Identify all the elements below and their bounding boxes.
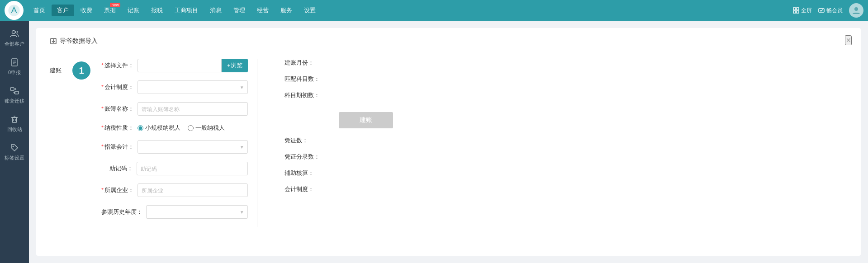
- file-row: *选择文件： +浏览: [101, 59, 248, 72]
- tax-small-label: 小规模纳税人: [145, 124, 180, 132]
- company-row: *所属企业：: [101, 183, 248, 197]
- tag-icon: [9, 143, 19, 153]
- user-avatar[interactable]: [849, 3, 863, 18]
- sidebar-item-recycle-bin[interactable]: 回收站: [2, 111, 27, 136]
- sidebar: 全部客户 0申报 账套迁移: [0, 21, 29, 263]
- top-nav: 首页 客户 收费 票据 new 记账 报税 工商项目 消息 管理 经营 服务 设…: [0, 0, 868, 21]
- sidebar-label-zero-declaration: 0申报: [8, 69, 21, 76]
- memo-input[interactable]: [137, 162, 248, 175]
- accountant-select-wrap: ▼: [138, 140, 248, 154]
- nav-bookkeeping[interactable]: 记账: [122, 5, 145, 16]
- svg-rect-2: [797, 11, 799, 13]
- main-content: 导爷数据导入 × 建账 1 *选择文件：: [29, 21, 868, 263]
- voucher-entries-label: 凭证分录数：: [285, 153, 325, 161]
- tax-type-label: *纳税性质：: [101, 124, 134, 132]
- layout: 全部客户 0申报 账套迁移: [0, 21, 868, 263]
- nav-messages[interactable]: 消息: [204, 5, 227, 16]
- sidebar-item-account-migration[interactable]: 账套迁移: [2, 82, 27, 108]
- sidebar-label-account-migration: 账套迁移: [5, 98, 24, 104]
- ledger-name-label: *账簿名称：: [101, 105, 134, 113]
- auxiliary-row: 辅助核算：: [285, 169, 447, 177]
- company-input[interactable]: [138, 183, 248, 197]
- close-button[interactable]: ×: [845, 35, 852, 45]
- nav-home[interactable]: 首页: [28, 5, 51, 16]
- nav-tax[interactable]: 报税: [146, 5, 168, 16]
- tax-small-radio[interactable]: [138, 125, 143, 131]
- tax-type-row: *纳税性质： 小规模纳税人 一般纳税人: [101, 124, 248, 132]
- svg-rect-4: [793, 11, 796, 13]
- svg-rect-10: [10, 88, 14, 90]
- accountant-select[interactable]: [138, 140, 248, 154]
- right-panel: 建账月份： 匹配科目数： 科目期初数： 建账: [266, 59, 447, 227]
- history-year-select[interactable]: [146, 205, 248, 219]
- vouchers-label: 凭证数：: [285, 136, 325, 145]
- svg-point-6: [854, 7, 858, 11]
- memo-label: 助记码：: [101, 164, 133, 173]
- nav-fees[interactable]: 收费: [75, 5, 98, 16]
- trash-icon: [9, 114, 19, 124]
- initial-subjects-row: 科目期初数：: [285, 91, 447, 99]
- svg-rect-1: [793, 8, 796, 10]
- tax-general-radio[interactable]: [188, 125, 194, 131]
- sidebar-item-all-clients[interactable]: 全部客户: [2, 25, 27, 51]
- member-label: 畅会员: [826, 7, 843, 14]
- accounting-system-select-wrap: ▼: [138, 80, 248, 94]
- nav-items: 首页 客户 收费 票据 new 记账 报税 工商项目 消息 管理 经营 服务 设…: [28, 5, 793, 16]
- ledger-name-input[interactable]: [138, 102, 248, 116]
- form-area: 建账 1 *选择文件： +浏览: [50, 59, 847, 227]
- accountant-row: *指派会计： ▼: [101, 140, 248, 154]
- step-circle: 1: [72, 61, 90, 80]
- users-icon: [9, 29, 19, 39]
- card-header: 导爷数据导入: [50, 37, 847, 45]
- initial-subjects-label: 科目期初数：: [285, 91, 325, 99]
- left-form: *选择文件： +浏览 *会计制度：: [101, 59, 248, 227]
- build-button[interactable]: 建账: [339, 112, 393, 128]
- file-input[interactable]: [138, 59, 222, 72]
- nav-clients[interactable]: 客户: [52, 5, 74, 16]
- nav-management[interactable]: 管理: [228, 5, 251, 16]
- build-month-label: 建账月份：: [285, 59, 325, 67]
- tax-small-scale[interactable]: 小规模纳税人: [138, 124, 180, 132]
- step-label: 建账: [50, 66, 62, 75]
- member-button[interactable]: 畅会员: [818, 7, 843, 14]
- browse-button[interactable]: +浏览: [222, 59, 248, 72]
- sidebar-label-all-clients: 全部客户: [5, 41, 24, 47]
- nav-settings[interactable]: 设置: [299, 5, 321, 16]
- vouchers-row: 凭证数：: [285, 136, 447, 145]
- auxiliary-label: 辅助核算：: [285, 169, 325, 177]
- voucher-entries-row: 凭证分录数：: [285, 153, 447, 161]
- required-star: *: [101, 62, 104, 69]
- memo-row: 助记码：: [101, 162, 248, 175]
- company-label: *所属企业：: [101, 186, 134, 194]
- accounting-system-select[interactable]: [138, 80, 248, 94]
- nav-bills[interactable]: 票据 new: [99, 5, 121, 16]
- sidebar-label-label-settings: 标签设置: [5, 155, 24, 161]
- accounting-system-label: *会计制度：: [101, 83, 134, 91]
- nav-operations[interactable]: 经营: [251, 5, 274, 16]
- logo[interactable]: [5, 1, 24, 20]
- sidebar-item-zero-declaration[interactable]: 0申报: [2, 54, 27, 80]
- match-subjects-row: 匹配科目数：: [285, 75, 447, 83]
- nav-business[interactable]: 工商项目: [169, 5, 204, 16]
- panel-divider: [257, 59, 257, 227]
- build-btn-wrap: 建账: [285, 112, 447, 128]
- accountant-label: *指派会计：: [101, 143, 134, 151]
- ledger-name-row: *账簿名称：: [101, 102, 248, 116]
- history-year-label: 参照历史年度：: [101, 208, 142, 216]
- svg-rect-3: [797, 8, 799, 10]
- tax-general-label: 一般纳税人: [195, 124, 225, 132]
- fullscreen-button[interactable]: 全屏: [793, 7, 812, 14]
- nav-services[interactable]: 服务: [275, 5, 298, 16]
- tax-type-radio-group: 小规模纳税人 一般纳税人: [138, 124, 225, 132]
- match-subjects-label: 匹配科目数：: [285, 75, 325, 83]
- accounting-system-row: *会计制度： ▼: [101, 80, 248, 94]
- accounting-system-right-label: 会计制度：: [285, 185, 325, 193]
- migrate-icon: [9, 86, 19, 96]
- accounting-system-right-row: 会计制度：: [285, 185, 447, 193]
- tax-general[interactable]: 一般纳税人: [188, 124, 225, 132]
- file-icon: [9, 57, 19, 67]
- svg-point-12: [13, 146, 14, 147]
- sidebar-item-label-settings[interactable]: 标签设置: [2, 139, 27, 165]
- step-section: 建账 1: [50, 59, 90, 80]
- card-title: 导爷数据导入: [60, 37, 98, 45]
